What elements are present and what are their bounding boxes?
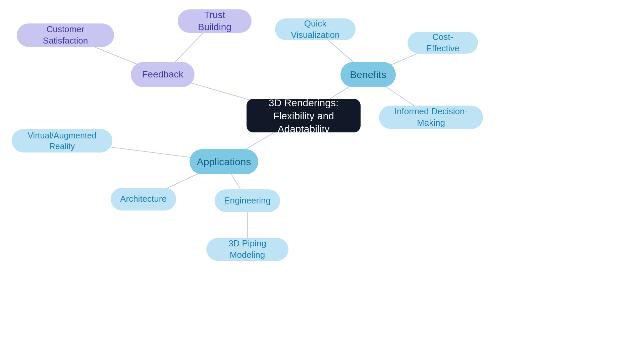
architecture-node[interactable]: Architecture [111, 188, 176, 210]
cost-effective-label: Cost-Effective [420, 32, 466, 54]
virtual-augmented-reality-label: Virtual/Augmented Reality [24, 130, 100, 152]
engineering-label: Engineering [224, 195, 271, 206]
informed-decision-making-node[interactable]: Informed Decision-Making [379, 106, 483, 129]
quick-visualization-node[interactable]: Quick Visualization [275, 18, 356, 40]
customer-satisfaction-node[interactable]: Customer Satisfaction [17, 23, 114, 47]
feedback-node[interactable]: Feedback [131, 62, 195, 87]
engineering-node[interactable]: Engineering [215, 189, 280, 212]
3d-piping-modeling-label: 3D Piping Modeling [218, 238, 276, 261]
benefits-node[interactable]: Benefits [340, 62, 396, 87]
virtual-augmented-reality-node[interactable]: Virtual/Augmented Reality [12, 129, 112, 153]
trust-building-node[interactable]: Trust Building [178, 9, 252, 33]
quick-visualization-label: Quick Visualization [287, 18, 343, 41]
trust-building-label: Trust Building [190, 9, 239, 34]
center-node[interactable]: 3D Renderings: Flexibility and Adaptabil… [247, 99, 361, 132]
3d-piping-modeling-node[interactable]: 3D Piping Modeling [206, 238, 288, 261]
benefits-label: Benefits [350, 68, 386, 81]
architecture-label: Architecture [120, 193, 167, 205]
center-node-label: 3D Renderings: Flexibility and Adaptabil… [260, 96, 347, 135]
customer-satisfaction-label: Customer Satisfaction [29, 24, 102, 47]
feedback-label: Feedback [142, 68, 183, 80]
cost-effective-node[interactable]: Cost-Effective [408, 32, 478, 54]
applications-label: Applications [197, 155, 251, 168]
applications-node[interactable]: Applications [190, 149, 258, 174]
informed-decision-making-label: Informed Decision-Making [391, 106, 471, 129]
